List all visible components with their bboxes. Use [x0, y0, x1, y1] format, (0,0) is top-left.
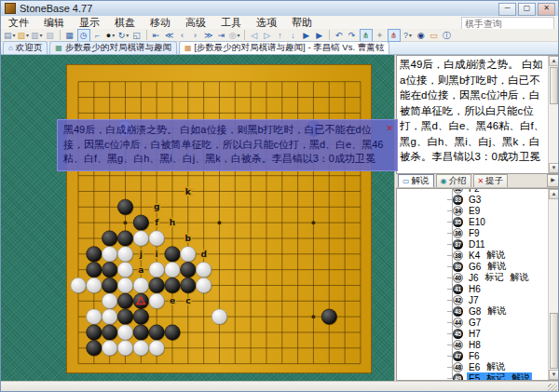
tree-tick	[447, 356, 452, 357]
help-button[interactable]: ?▾	[402, 30, 414, 41]
branch-next-button[interactable]: ▷	[262, 30, 273, 41]
move-down-button[interactable]: ↓	[288, 30, 299, 41]
menu-item-1[interactable]: 编辑	[36, 16, 72, 29]
move-coordinate: E10	[469, 217, 485, 227]
menu-item-0[interactable]: 文件	[1, 16, 36, 29]
move-row-43[interactable]: 43G8解说	[397, 305, 549, 317]
move-text: E10	[467, 216, 487, 227]
comment-scrollbar[interactable]: ▲ ▼	[548, 56, 559, 173]
game-tree-button[interactable]: ⋔	[360, 29, 373, 42]
tree-tick	[447, 222, 452, 223]
move-text: H8	[467, 339, 483, 350]
redo-button[interactable]: ↷	[347, 30, 358, 41]
comment-button[interactable]: ▭	[429, 30, 440, 41]
play-all-button[interactable]: ▶	[314, 30, 325, 41]
rotate-board-button[interactable]: ↻▾	[118, 30, 130, 41]
nav-stone-button[interactable]: ◎▾	[229, 30, 240, 41]
resize-grip[interactable]	[548, 384, 557, 392]
move-tag: 标记	[486, 372, 505, 381]
move-coordinate: H7	[469, 329, 481, 339]
tab-collection-icon: ▦	[55, 44, 62, 52]
app-icon	[5, 3, 16, 14]
toolbar-separator	[329, 30, 330, 40]
move-row-46[interactable]: 46H8	[397, 339, 549, 350]
move-row-35[interactable]: 35E10	[397, 216, 549, 227]
scroll-up-icon[interactable]: ▲	[549, 189, 559, 199]
branch-prev-button[interactable]: ◁	[249, 30, 260, 41]
board-letter-j: j	[139, 250, 143, 259]
tooltip-close-icon[interactable]: ✕	[386, 122, 393, 137]
move-up-button[interactable]: ↑	[275, 30, 286, 41]
search-input[interactable]	[461, 17, 554, 30]
title-bar[interactable]: StoneBase 4.77 ─ ▢ ✕	[1, 1, 558, 17]
white-stone-icon: 34	[453, 206, 463, 216]
tooltip-text: 黑49后，白成崩溃之势。 白如a位接，则黑b打吃时，白已不能在d位接，因黑c位冲…	[63, 124, 383, 164]
move-row-45[interactable]: 45H7	[397, 328, 549, 339]
move-row-42[interactable]: 42J7	[397, 294, 549, 305]
comment-scroll-thumb[interactable]	[550, 67, 558, 104]
menu-item-7[interactable]: 选项	[249, 16, 284, 29]
undo-button[interactable]: ↶	[334, 30, 345, 41]
minimize-button[interactable]: ─	[498, 3, 516, 16]
menu-item-4[interactable]: 移动	[143, 16, 178, 29]
play-n-button[interactable]: ▶	[301, 30, 312, 41]
scroll-down-icon[interactable]: ▼	[549, 370, 559, 380]
move-coordinate: G8	[469, 306, 481, 317]
panel-tab-intro-icon: ◉	[441, 177, 447, 185]
maximize-button[interactable]: ▢	[518, 3, 536, 16]
panel-tab-intro[interactable]: ◉介绍	[436, 174, 471, 188]
move-row-44[interactable]: 44G7	[397, 317, 549, 328]
menu-item-5[interactable]: 高级	[178, 16, 213, 29]
open-folder-button[interactable]: ▨▾	[18, 30, 30, 41]
movelist-scroll-thumb[interactable]	[550, 313, 558, 369]
move-row-34[interactable]: 34E9	[397, 205, 549, 216]
tab-collection[interactable]: ▦步数最少的对局棋谱与趣闻	[49, 41, 177, 54]
move-row-47[interactable]: 47F6	[397, 350, 549, 361]
nav-back-button[interactable]: ‹	[177, 30, 188, 41]
go-board[interactable]: abcdefghijk	[66, 64, 372, 373]
move-row-36[interactable]: 36F9	[397, 227, 549, 238]
resize-board-button[interactable]: ◱	[131, 30, 143, 41]
about-button[interactable]: ⓘ	[442, 30, 453, 41]
nav-forward-button[interactable]: ›	[190, 30, 201, 41]
menu-item-3[interactable]: 棋盘	[107, 16, 143, 29]
board-window-button[interactable]: ▦	[64, 30, 75, 41]
nav-last-button[interactable]: ⇥	[216, 30, 227, 41]
movelist-scrollbar[interactable]: ▲ ▼	[548, 189, 559, 380]
move-row-40[interactable]: 40J6标记解说	[397, 272, 549, 283]
tab-game[interactable]: ▦[步数最少的对局棋谱与趣闻] - 李昌镐 Vs. 曹薰铉	[179, 41, 389, 54]
nav-back10-button[interactable]: ≪	[164, 30, 175, 41]
move-tag: 解说	[487, 304, 506, 318]
move-row-37[interactable]: 37D11	[397, 238, 549, 250]
panel-tab-scroll-right-icon[interactable]: ▶	[547, 174, 559, 187]
menu-item-6[interactable]: 工具	[213, 16, 249, 29]
panel-tab-label: 解说	[412, 175, 429, 187]
nav-first-button[interactable]: ⇤	[151, 30, 162, 41]
print-button[interactable]: ▧	[45, 30, 56, 41]
scroll-up-icon[interactable]: ▲	[549, 56, 559, 66]
move-row-38[interactable]: 38K4解说	[397, 250, 549, 261]
white-stone-icon: 32	[453, 188, 463, 194]
ladder-button[interactable]: ⌐	[92, 30, 103, 41]
menu-item-8[interactable]: 帮助	[284, 16, 320, 29]
move-row-49[interactable]: 49E5标记解说	[397, 372, 549, 381]
panel-tab-capture[interactable]: ✕提子	[473, 174, 509, 188]
panel-tab-strip: ▭解说◉介绍✕提子▶	[396, 174, 559, 188]
partner-button[interactable]: ✦	[375, 30, 386, 41]
close-button[interactable]: ✕	[538, 3, 555, 16]
tree-edit-button[interactable]: ⋔	[388, 29, 401, 42]
scroll-down-icon[interactable]: ▼	[549, 163, 559, 173]
move-coordinate: E5	[469, 373, 480, 382]
panel-tab-commentary[interactable]: ▭解说	[398, 174, 434, 188]
menu-item-2[interactable]: 显示	[72, 16, 107, 29]
nav-forward10-button[interactable]: ≫	[203, 30, 214, 41]
save-board-button[interactable]: ▥▾	[31, 30, 43, 41]
clock-button[interactable]: ◷	[77, 29, 90, 42]
black-stone-button[interactable]: ●▾	[105, 30, 116, 41]
move-coordinate: H6	[469, 284, 481, 294]
tab-welcome[interactable]: ⌂欢迎页	[3, 41, 48, 54]
web-search-button[interactable]: ◉	[416, 30, 427, 41]
new-document-button[interactable]: ▤▾	[4, 30, 16, 41]
move-row-33[interactable]: 33G3	[397, 194, 549, 205]
move-row-41[interactable]: 41H6	[397, 283, 549, 294]
